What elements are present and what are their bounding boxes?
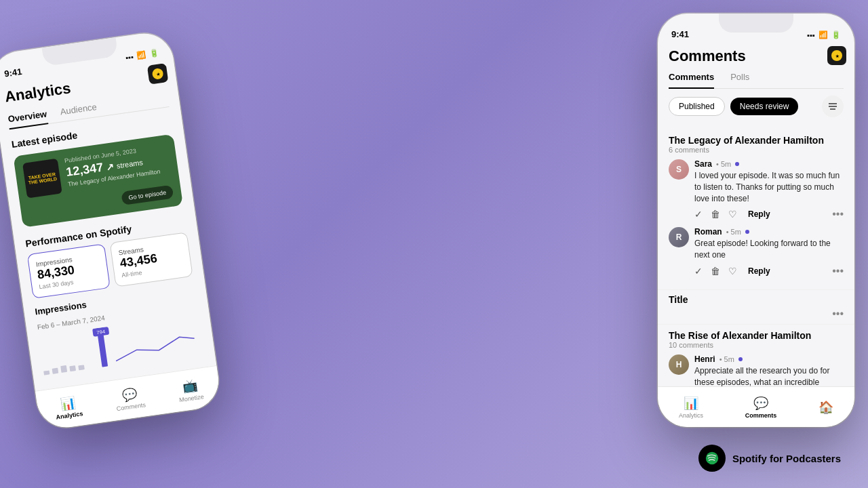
nav-analytics-right[interactable]: 📊 Analytics — [679, 396, 703, 419]
nav-analytics[interactable]: 📊 Analytics — [54, 394, 83, 420]
status-icons-right: ▪▪▪ 📶 🔋 — [807, 30, 841, 39]
comment-sara: S Sara • 5m I loved your episode. It was… — [669, 159, 844, 220]
comments-nav-icon-right: 💬 — [753, 396, 768, 411]
impressions-card: Impressions 84,330 Last 30 days — [27, 243, 111, 298]
filter-options-button[interactable] — [822, 96, 844, 117]
more-button-roman[interactable]: ••• — [832, 265, 844, 277]
battery-icon: 🔋 — [149, 48, 160, 58]
tab-overview[interactable]: Overview — [7, 108, 48, 129]
impressions-section: Impressions Feb 6 – March 7, 2024 — [35, 284, 204, 376]
analytics-nav-icon-right: 📊 — [684, 396, 698, 411]
streams-card: Streams 43,456 All-time — [110, 232, 193, 287]
episode-thumb: TAKE OVER THE WORLD — [22, 159, 62, 199]
app-icon-inner-right: ★ — [831, 50, 842, 61]
svg-rect-4 — [78, 365, 85, 370]
analytics-nav-label-right: Analytics — [679, 412, 703, 419]
analytics-phone: 9:41 ▪▪▪ 📶 🔋 ★ Analytics Overview Audien… — [0, 30, 222, 431]
comment-text-henri: Appreciate all the research you do for t… — [694, 365, 844, 386]
svg-text:794: 794 — [96, 329, 106, 336]
trash-icon-roman[interactable]: 🗑 — [711, 266, 720, 277]
svg-rect-2 — [60, 365, 67, 373]
svg-rect-5 — [98, 333, 108, 367]
avatar-sara: S — [669, 159, 689, 180]
filter-needs-review[interactable]: Needs review — [730, 98, 799, 115]
comment-author-henri: Henri — [694, 354, 715, 364]
episode-info: Published on June 5, 2023 12,347 ↗ strea… — [64, 143, 170, 188]
reply-button-roman[interactable]: Reply — [748, 266, 770, 276]
spotify-for-podcasters-logo: Spotify for Podcasters — [698, 445, 841, 472]
analytics-nav-label: Analytics — [56, 410, 83, 420]
check-icon-roman[interactable]: ✓ — [694, 266, 703, 277]
comment-time-henri: • 5m — [719, 355, 734, 363]
trash-icon-sara[interactable]: 🗑 — [711, 209, 720, 220]
streams-icon: ↗ — [105, 161, 115, 173]
spotify-circle-icon — [698, 445, 726, 472]
comments-header: Comments Comments Polls Published Needs … — [658, 43, 854, 129]
avatar-henri: H — [669, 354, 689, 375]
more-button-sara[interactable]: ••• — [832, 208, 844, 220]
filter-row: Published Needs review — [669, 96, 844, 117]
analytics-nav-icon: 📊 — [59, 394, 76, 411]
signal-icon-right: ▪▪▪ — [807, 31, 815, 39]
svg-rect-0 — [43, 370, 50, 375]
nav-monetize[interactable]: 📺 Monetize — [176, 377, 204, 403]
svg-rect-1 — [52, 368, 59, 374]
comment-body-sara: Sara • 5m I loved your episode. It was s… — [694, 159, 844, 220]
home-nav-icon-right: 🏠 — [818, 400, 833, 415]
reply-button-sara[interactable]: Reply — [748, 209, 770, 219]
comments-nav-icon: 💬 — [121, 386, 138, 403]
monetize-nav-label: Monetize — [179, 393, 205, 403]
more-button-divider[interactable]: ••• — [832, 308, 844, 320]
check-icon-sara[interactable]: ✓ — [694, 209, 703, 220]
tab-polls[interactable]: Polls — [730, 72, 749, 88]
status-time-left: 9:41 — [3, 66, 22, 79]
comment-author-roman: Roman — [694, 227, 722, 237]
spotify-brand: Spotify — [732, 453, 767, 464]
comments-phone: 9:41 ▪▪▪ 📶 🔋 ★ Comments Comments Polls P… — [658, 14, 854, 427]
episode-card: TAKE OVER THE WORLD Published on June 5,… — [13, 134, 182, 228]
analytics-screen: 9:41 ▪▪▪ 📶 🔋 ★ Analytics Overview Audien… — [0, 30, 222, 431]
comment-body-henri: Henri • 5m Appreciate all the research y… — [694, 354, 844, 386]
episode-group-1: The Legacy of Alexander Hamilton 6 comme… — [658, 129, 854, 290]
avatar-roman: R — [669, 227, 689, 247]
go-to-episode-button[interactable]: Go to episode — [121, 185, 174, 205]
heart-icon-roman[interactable]: ♡ — [728, 266, 737, 277]
comment-actions-roman: ✓ 🗑 ♡ Reply ••• — [694, 265, 844, 277]
comments-screen: 9:41 ▪▪▪ 📶 🔋 ★ Comments Comments Polls P… — [658, 14, 854, 427]
episode-2-count: 10 comments — [669, 341, 844, 349]
thumb-text: TAKE OVER THE WORLD — [27, 171, 58, 185]
comment-dot-roman — [745, 230, 749, 234]
comment-dot-sara — [735, 162, 739, 166]
monetize-nav-icon: 📺 — [181, 378, 198, 394]
episode-group-2: The Rise of Alexander Hamilton 10 commen… — [658, 325, 854, 386]
tab-comments[interactable]: Comments — [669, 72, 714, 89]
bottom-nav-right: 📊 Analytics 💬 Comments 🏠 — [658, 386, 854, 427]
spotify-suffix-text: for Podcasters — [770, 453, 841, 464]
episode-2-title: The Rise of Alexander Hamilton — [669, 330, 844, 341]
wifi-icon-right: 📶 — [818, 30, 828, 39]
comments-nav-label-right: Comments — [745, 412, 777, 419]
comment-time-sara: • 5m — [716, 160, 731, 168]
comment-henri: H Henri • 5m Appreciate all the research… — [669, 354, 844, 386]
streams-label: streams — [116, 158, 143, 169]
episode-1-count: 6 comments — [669, 146, 844, 154]
notch-right — [719, 14, 793, 33]
comment-time-roman: • 5m — [726, 228, 741, 236]
battery-icon-right: 🔋 — [831, 30, 841, 39]
divider-more: ••• — [658, 308, 854, 325]
nav-home-right[interactable]: 🏠 — [818, 400, 833, 415]
tab-audience[interactable]: Audience — [60, 102, 98, 121]
app-icon-inner-left: ★ — [152, 68, 164, 80]
nav-comments[interactable]: 💬 Comments — [114, 385, 146, 412]
signal-icon: ▪▪▪ — [125, 52, 134, 62]
comment-meta-sara: Sara • 5m — [694, 159, 844, 169]
heart-icon-sara[interactable]: ♡ — [728, 209, 737, 220]
spotify-logo-text: Spotify for Podcasters — [732, 453, 841, 464]
comment-author-sara: Sara — [694, 159, 712, 169]
status-time-right: 9:41 — [671, 29, 689, 39]
nav-comments-right[interactable]: 💬 Comments — [745, 396, 777, 419]
filter-published[interactable]: Published — [669, 97, 725, 116]
comments-title: Comments — [669, 47, 844, 65]
comments-nav-label: Comments — [116, 401, 146, 412]
comment-actions-sara: ✓ 🗑 ♡ Reply ••• — [694, 208, 844, 220]
